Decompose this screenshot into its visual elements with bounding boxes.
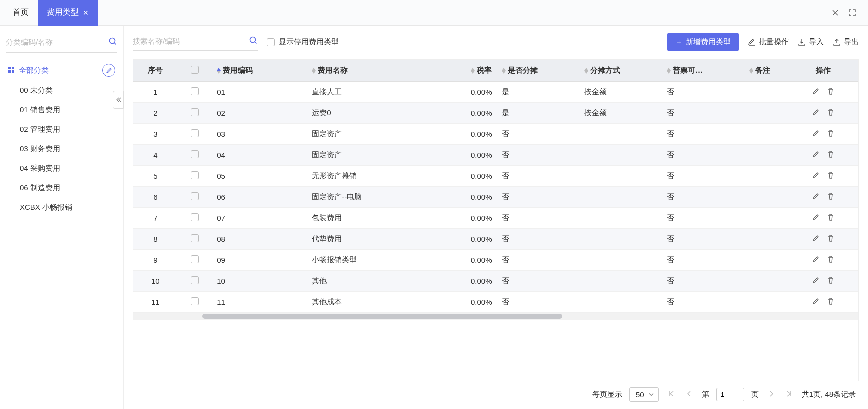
- col-checkbox[interactable]: [178, 60, 212, 82]
- row-checkbox[interactable]: [191, 192, 199, 200]
- main-search: [133, 34, 258, 51]
- sidebar-item[interactable]: 06 制造费用: [17, 178, 118, 198]
- checkbox-icon: [267, 38, 275, 46]
- add-fee-type-button[interactable]: ＋ 新增费用类型: [668, 33, 739, 52]
- cell-checkbox[interactable]: [178, 124, 212, 145]
- delete-row-button[interactable]: [827, 214, 835, 223]
- cell-method: [580, 187, 662, 208]
- edit-row-button[interactable]: [812, 298, 820, 307]
- sort-icon: [667, 68, 671, 74]
- delete-row-button[interactable]: [827, 298, 835, 307]
- cell-checkbox[interactable]: [178, 271, 212, 292]
- row-checkbox[interactable]: [191, 108, 199, 116]
- cell-remark: [744, 208, 789, 229]
- collapse-sidebar-button[interactable]: [113, 91, 124, 109]
- cell-checkbox[interactable]: [178, 292, 212, 313]
- next-page-button[interactable]: [766, 388, 777, 401]
- close-all-icon[interactable]: [830, 8, 841, 18]
- sidebar-root-category[interactable]: 全部分类: [6, 60, 118, 81]
- col-share[interactable]: 是否分摊: [497, 60, 580, 82]
- cell-seq: 6: [134, 187, 178, 208]
- col-rate[interactable]: 税率: [440, 60, 497, 82]
- cell-rate: 0.00%: [440, 292, 497, 313]
- scrollbar-thumb[interactable]: [202, 314, 562, 319]
- cell-checkbox[interactable]: [178, 208, 212, 229]
- import-button[interactable]: 导入: [798, 38, 824, 47]
- page-input[interactable]: [716, 388, 744, 402]
- delete-row-button[interactable]: [827, 256, 835, 265]
- delete-row-button[interactable]: [827, 172, 835, 181]
- select-all-checkbox[interactable]: [191, 66, 199, 74]
- sidebar-item[interactable]: 03 财务费用: [17, 140, 118, 159]
- edit-row-button[interactable]: [812, 276, 820, 286]
- first-page-button[interactable]: [666, 388, 677, 401]
- cell-method: [580, 166, 662, 187]
- row-checkbox[interactable]: [191, 256, 199, 264]
- edit-row-button[interactable]: [812, 192, 820, 202]
- delete-row-button[interactable]: [827, 192, 835, 202]
- cell-checkbox[interactable]: [178, 145, 212, 166]
- edit-row-button[interactable]: [812, 256, 820, 265]
- tab-home[interactable]: 首页: [4, 0, 38, 26]
- prev-page-button[interactable]: [684, 388, 695, 401]
- row-checkbox[interactable]: [191, 150, 199, 158]
- row-checkbox[interactable]: [191, 130, 199, 138]
- sidebar-search-input[interactable]: [6, 38, 108, 46]
- col-code[interactable]: 费用编码: [212, 60, 307, 82]
- row-checkbox[interactable]: [191, 172, 199, 180]
- sidebar-item[interactable]: 01 销售费用: [17, 100, 118, 120]
- bulk-action-button[interactable]: 批量操作: [748, 38, 789, 47]
- cell-method: [580, 229, 662, 250]
- search-icon[interactable]: [108, 37, 118, 48]
- edit-row-button[interactable]: [812, 130, 820, 139]
- cell-share: 否: [497, 124, 580, 145]
- delete-row-button[interactable]: [827, 130, 835, 139]
- edit-row-button[interactable]: [812, 88, 820, 97]
- search-icon[interactable]: [249, 36, 258, 46]
- col-name[interactable]: 费用名称: [307, 60, 440, 82]
- fullscreen-icon[interactable]: [847, 8, 858, 18]
- edit-row-button[interactable]: [812, 150, 820, 160]
- horizontal-scrollbar[interactable]: [134, 313, 858, 320]
- sidebar-item[interactable]: 00 未分类: [17, 81, 118, 100]
- per-page-label: 每页显示: [592, 390, 622, 400]
- col-seq[interactable]: 序号: [134, 60, 178, 82]
- sidebar-item[interactable]: 04 采购费用: [17, 159, 118, 178]
- cell-checkbox[interactable]: [178, 166, 212, 187]
- row-checkbox[interactable]: [191, 234, 199, 242]
- col-remark[interactable]: 备注: [744, 60, 789, 82]
- row-checkbox[interactable]: [191, 88, 199, 96]
- delete-row-button[interactable]: [827, 234, 835, 244]
- show-disabled-checkbox[interactable]: 显示停用费用类型: [267, 38, 339, 47]
- sort-icon: [312, 68, 316, 74]
- delete-row-button[interactable]: [827, 150, 835, 160]
- edit-row-button[interactable]: [812, 108, 820, 118]
- cell-code: 09: [212, 250, 307, 271]
- cell-checkbox[interactable]: [178, 103, 212, 124]
- tab-fee-type[interactable]: 费用类型 ✕: [38, 0, 98, 26]
- export-button[interactable]: 导出: [833, 38, 859, 47]
- sidebar-item[interactable]: XCBX 小畅报销: [17, 198, 118, 218]
- sidebar-item[interactable]: 02 管理费用: [17, 120, 118, 140]
- cell-checkbox[interactable]: [178, 229, 212, 250]
- row-checkbox[interactable]: [191, 298, 199, 306]
- cell-checkbox[interactable]: [178, 250, 212, 271]
- delete-row-button[interactable]: [827, 276, 835, 286]
- row-checkbox[interactable]: [191, 276, 199, 284]
- main-search-input[interactable]: [133, 37, 249, 46]
- delete-row-button[interactable]: [827, 88, 835, 97]
- cell-checkbox[interactable]: [178, 187, 212, 208]
- edit-row-button[interactable]: [812, 172, 820, 181]
- delete-row-button[interactable]: [827, 108, 835, 118]
- close-icon[interactable]: ✕: [83, 9, 89, 17]
- edit-row-button[interactable]: [812, 214, 820, 223]
- edit-row-button[interactable]: [812, 234, 820, 244]
- col-pupiao[interactable]: 普票可…: [662, 60, 744, 82]
- row-checkbox[interactable]: [191, 214, 199, 222]
- col-method[interactable]: 分摊方式: [580, 60, 662, 82]
- cell-checkbox[interactable]: [178, 82, 212, 103]
- cell-share: 否: [497, 271, 580, 292]
- last-page-button[interactable]: [784, 388, 795, 401]
- per-page-select[interactable]: 50: [630, 388, 659, 402]
- edit-category-button[interactable]: [102, 64, 116, 77]
